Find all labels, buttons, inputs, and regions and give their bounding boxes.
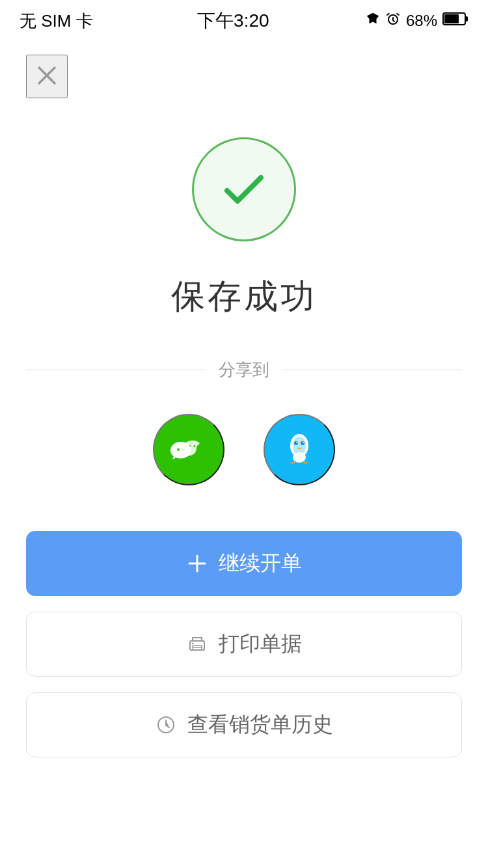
history-button[interactable]: 查看销货单历史 <box>26 692 462 757</box>
share-divider: 分享到 <box>26 359 462 381</box>
print-button[interactable]: 打印单据 <box>26 612 462 677</box>
status-right: 68% <box>366 11 468 31</box>
status-bar: 无 SIM 卡 下午3:20 68% <box>0 0 488 42</box>
continue-button[interactable]: 继续开单 <box>26 531 462 596</box>
svg-rect-3 <box>465 16 468 21</box>
svg-point-10 <box>301 441 305 445</box>
svg-point-19 <box>192 643 194 645</box>
status-time: 下午3:20 <box>197 8 269 33</box>
location-icon <box>366 12 380 30</box>
clock-icon <box>155 714 177 736</box>
svg-point-12 <box>303 442 304 443</box>
svg-point-13 <box>293 452 306 463</box>
close-button[interactable] <box>26 55 68 98</box>
share-wechat-button[interactable] <box>153 414 224 485</box>
print-label: 打印单据 <box>219 630 302 658</box>
history-label: 查看销货单历史 <box>187 711 333 739</box>
divider-line-left <box>26 370 206 370</box>
battery-label: 68% <box>406 12 437 30</box>
share-icons-container <box>153 414 335 485</box>
sim-label: 无 SIM 卡 <box>20 10 93 33</box>
svg-point-8 <box>293 437 306 455</box>
continue-label: 继续开单 <box>219 549 302 578</box>
success-icon-circle <box>192 137 296 241</box>
share-label: 分享到 <box>219 359 269 381</box>
share-qq-button[interactable] <box>264 414 335 485</box>
divider-line-right <box>282 370 462 370</box>
svg-point-11 <box>296 442 297 443</box>
printer-icon <box>186 633 208 655</box>
battery-icon <box>442 12 468 30</box>
alarm-icon <box>385 11 401 31</box>
svg-rect-2 <box>444 14 459 23</box>
qq-icon <box>278 429 320 470</box>
success-title: 保存成功 <box>171 274 317 319</box>
main-content: 保存成功 分享到 <box>0 42 488 757</box>
svg-point-9 <box>294 441 298 445</box>
status-left: 无 SIM 卡 <box>20 10 101 33</box>
action-buttons-container: 继续开单 打印单据 查看销货单历史 <box>26 531 462 757</box>
checkmark-icon <box>218 163 270 215</box>
wechat-icon <box>168 429 210 470</box>
plus-icon <box>186 552 208 575</box>
